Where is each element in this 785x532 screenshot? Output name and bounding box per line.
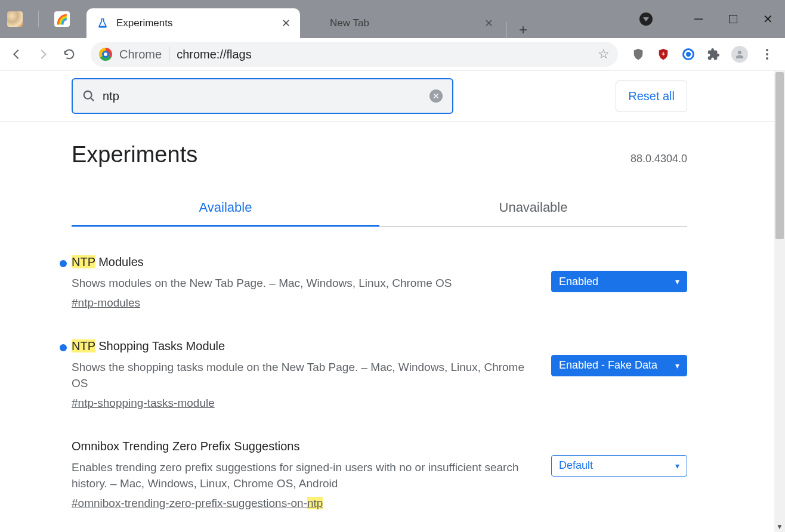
flag-body: NTP Shopping Tasks ModuleShows the shopp…	[72, 339, 533, 410]
chrome-menu-button[interactable]	[759, 49, 775, 60]
flag-description: Shows the shopping tasks module on the N…	[72, 359, 533, 392]
omnibox-url: chrome://flags	[177, 48, 252, 61]
ublock-shield-icon[interactable]	[631, 47, 645, 61]
divider	[169, 47, 169, 61]
flag-id-link[interactable]: #ntp-shopping-tasks-module	[72, 397, 215, 410]
pinned-app-icon-1[interactable]	[7, 11, 23, 27]
chevron-down-icon: ▾	[675, 461, 679, 471]
scrollbar-down-arrow[interactable]: ▼	[774, 521, 785, 532]
search-flags-input-wrap[interactable]: ✕	[72, 78, 453, 114]
flag-title: Omnibox Trending Zero Prefix Suggestions	[72, 440, 533, 453]
extensions-puzzle-icon[interactable]	[706, 47, 721, 61]
modified-dot-icon	[60, 344, 67, 351]
close-icon[interactable]: ✕	[484, 17, 493, 30]
new-tab-button[interactable]: +	[519, 21, 527, 38]
search-flags-input[interactable]	[103, 89, 429, 103]
flag-state-value: Enabled - Fake Data	[559, 359, 657, 372]
reload-button[interactable]	[56, 41, 82, 67]
flag-state-select[interactable]: Enabled - Fake Data▾	[551, 355, 687, 376]
page-title: Experiments	[72, 142, 197, 168]
pinned-app-icon-2[interactable]: 🌈	[54, 11, 70, 27]
omnibox-origin-label: Chrome	[119, 48, 162, 61]
extension-circle-icon[interactable]	[681, 47, 696, 61]
incognito-bubble-icon[interactable]	[639, 13, 653, 26]
chevron-down-icon: ▾	[675, 361, 679, 370]
profile-avatar[interactable]	[731, 46, 748, 63]
tab-unavailable[interactable]: Unavailable	[379, 200, 687, 227]
divider	[38, 11, 39, 27]
view-tabs: Available Unavailable	[72, 200, 687, 227]
tab-title: New Tab	[330, 17, 477, 29]
svg-text:+: +	[662, 50, 665, 57]
search-highlight: NTP	[72, 255, 95, 268]
clear-search-icon[interactable]: ✕	[429, 89, 443, 103]
chevron-down-icon: ▾	[675, 277, 679, 286]
chrome-version: 88.0.4304.0	[631, 153, 687, 165]
flag-body: Omnibox Trending Zero Prefix Suggestions…	[72, 440, 533, 510]
modified-dot-icon	[60, 260, 67, 267]
flag-state-select[interactable]: Enabled▾	[551, 271, 687, 292]
window-controls: ✕	[639, 0, 785, 38]
flag-description: Shows modules on the New Tab Page. – Mac…	[72, 275, 533, 292]
svg-point-2	[84, 91, 92, 99]
close-icon[interactable]: ✕	[282, 17, 290, 30]
window-close-button[interactable]: ✕	[750, 0, 785, 38]
scrollbar-thumb[interactable]	[775, 72, 784, 239]
divider	[506, 21, 507, 38]
flask-icon	[96, 17, 109, 30]
reset-all-button[interactable]: Reset all	[616, 81, 687, 112]
window-minimize-button[interactable]	[681, 0, 716, 38]
titlebar: 🌈 Experiments ✕ New Tab ✕ + ✕	[0, 0, 785, 38]
flag-description: Enables trending zero prefix suggestions…	[72, 459, 533, 492]
tab-experiments[interactable]: Experiments ✕	[86, 8, 300, 38]
flag-row: NTP ModulesShows modules on the New Tab …	[72, 255, 687, 310]
tab-title: Experiments	[116, 17, 274, 29]
blank-favicon	[310, 17, 323, 30]
flag-state-value: Enabled	[559, 276, 598, 288]
flags-header: ✕ Reset all	[0, 71, 774, 122]
pinned-app-icons: 🌈	[7, 11, 70, 27]
search-highlight: NTP	[72, 339, 95, 352]
bookmark-star-icon[interactable]: ☆	[598, 47, 610, 62]
chrome-logo-icon	[99, 48, 112, 61]
tab-strip: Experiments ✕ New Tab ✕ +	[86, 0, 527, 38]
forward-button[interactable]	[30, 41, 56, 67]
flag-body: NTP ModulesShows modules on the New Tab …	[72, 255, 533, 310]
svg-line-3	[91, 98, 94, 101]
scrollbar[interactable]: ▼	[774, 71, 785, 532]
flag-row: Omnibox Trending Zero Prefix Suggestions…	[72, 440, 687, 510]
search-icon	[82, 89, 95, 103]
flag-state-select[interactable]: Default▾	[551, 455, 687, 477]
search-highlight: ntp	[307, 497, 323, 509]
tab-available[interactable]: Available	[72, 200, 379, 227]
flag-row: NTP Shopping Tasks ModuleShows the shopp…	[72, 339, 687, 410]
page-viewport: ▼ ✕ Reset all Experiments 88.0.4304.0 Av…	[0, 71, 785, 532]
toolbar: Chrome chrome://flags ☆ +	[0, 38, 785, 71]
flag-title: NTP Shopping Tasks Module	[72, 339, 533, 353]
adblock-shield-icon[interactable]: +	[656, 47, 670, 61]
back-button[interactable]	[4, 41, 30, 67]
flag-state-value: Default	[559, 459, 593, 472]
flags-list: NTP ModulesShows modules on the New Tab …	[72, 255, 687, 510]
flag-id-link[interactable]: #omnibox-trending-zero-prefix-suggestion…	[72, 497, 323, 510]
flag-id-link[interactable]: #ntp-modules	[72, 296, 140, 310]
extension-icons: +	[631, 46, 775, 63]
flag-title: NTP Modules	[72, 255, 533, 269]
window-maximize-button[interactable]	[716, 0, 750, 38]
omnibox[interactable]: Chrome chrome://flags ☆	[91, 42, 618, 67]
tab-new-tab[interactable]: New Tab ✕	[300, 8, 503, 38]
